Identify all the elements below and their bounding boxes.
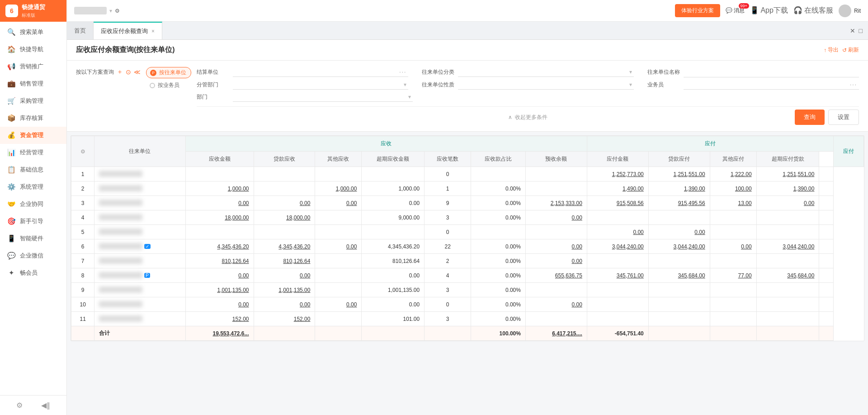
sidebar-item-collab[interactable]: 🤝 企业协同 [0,196,66,213]
table-cell[interactable]: 915,495.56 [648,196,710,210]
table-cell[interactable]: 0.00 [185,196,254,210]
table-cell[interactable]: 3,044,240.00 [587,239,648,254]
collapse-scheme-btn[interactable]: ≪ [134,68,141,76]
table-cell[interactable]: 915,508.56 [587,196,648,210]
sidebar-item-basic[interactable]: 📋 基础信息 [0,161,66,178]
query-btn[interactable]: 查询 [795,110,825,125]
total-receivable-amount[interactable]: 19,553,472,6... [185,326,254,341]
total-prepaid-balance[interactable]: 6,417,215.... [525,326,587,341]
table-cell[interactable]: 0.00 [254,297,315,312]
table-cell[interactable]: 0.00 [525,210,587,225]
table-cell[interactable]: 1,390.00 [648,181,710,196]
table-cell[interactable]: 0.00 [587,225,648,239]
partner-nature-select[interactable]: ▾ [458,80,633,90]
settlement-unit-dots[interactable]: ··· [399,69,406,75]
user-menu[interactable]: Rit [839,5,861,17]
settings-footer-icon[interactable]: ⚙ [16,401,23,410]
export-btn[interactable]: ↑ 导出 [824,46,839,54]
table-cell[interactable]: 1,251,551.00 [648,167,710,181]
table-cell[interactable]: 18,000.00 [254,210,315,225]
collapse-sidebar-icon[interactable]: ◀‖ [41,401,50,410]
sidebar-item-quick-nav[interactable]: 🏠 快捷导航 [0,41,66,58]
sidebar-item-inventory[interactable]: 📦 库存核算 [0,110,66,127]
table-cell[interactable]: 152.00 [185,312,254,326]
table-cell[interactable]: 1,490.00 [587,181,648,196]
online-service-btn[interactable]: 🎧 在线客服 [793,6,833,15]
topbar-gear-icon[interactable]: ⚙ [115,8,120,14]
partner-category-select[interactable]: ▾ [458,67,633,77]
sidebar-item-hardware[interactable]: 📱 智能硬件 [0,230,66,247]
sidebar-item-system[interactable]: ⚙️ 系统管理 [0,178,66,196]
tabbar-right-actions: ✕ □ [844,22,868,39]
tab-close-icon[interactable]: × [151,28,155,34]
table-cell[interactable]: 1,000.00 [185,181,254,196]
table-cell[interactable]: 0.00 [648,225,710,239]
table-cell[interactable]: 0.00 [315,297,362,312]
setting-btn[interactable]: 设置 [828,110,859,125]
refresh-btn[interactable]: ↺ 刷新 [842,46,859,54]
table-cell[interactable]: 0.00 [525,239,587,254]
sidebar-item-operation[interactable]: 📊 经营管理 [0,144,66,161]
sidebar-item-search-menu[interactable]: 🔍 搜索菜单 [0,24,66,41]
collapse-conditions-btn[interactable]: ∧ 收起更多条件 [508,114,547,121]
table-cell[interactable]: 1,390.00 [756,181,819,196]
settlement-unit-input-wrap[interactable]: ··· [233,67,408,77]
table-cell[interactable]: 655,636.75 [525,268,587,283]
table-cell[interactable]: 0.00 [525,254,587,268]
salesperson-dots[interactable]: ··· [850,81,857,88]
table-cell[interactable]: 100.00 [710,181,756,196]
table-cell[interactable]: 345,761.00 [587,268,648,283]
sidebar-item-sales[interactable]: 💼 销售管理 [0,75,66,92]
table-cell[interactable]: 1,251,551.00 [756,167,819,181]
scheme-by-salesperson[interactable]: 按业务员 [146,80,191,91]
table-cell[interactable]: 3,044,240.00 [648,239,710,254]
close-window-icon[interactable]: ✕ [850,27,855,34]
table-cell[interactable]: 2,153,333.00 [525,196,587,210]
table-cell[interactable]: 0.00 [315,196,362,210]
table-cell[interactable]: 1,252,773.00 [587,167,648,181]
table-cell[interactable]: 4,345,436.20 [185,239,254,254]
tab-receivable-query[interactable]: 应收应付余额查询 × [94,22,162,39]
table-cell[interactable]: 13.00 [710,196,756,210]
table-cell[interactable]: 152.00 [254,312,315,326]
tab-home[interactable]: 首页 [67,22,94,39]
table-cell[interactable]: 810,126.64 [254,254,315,268]
department-select[interactable]: ▾ [233,92,413,102]
table-cell[interactable]: 0.00 [315,239,362,254]
sidebar-item-marketing[interactable]: 📢 营销推广 [0,58,66,75]
table-cell[interactable]: 3,044,240.00 [756,239,819,254]
table-settings-icon[interactable]: ⚙ [80,148,85,155]
sidebar-item-wechat[interactable]: 💬 企业微信 [0,247,66,264]
table-cell[interactable]: 810,126.64 [185,254,254,268]
sidebar-item-purchase[interactable]: 🛒 采购管理 [0,92,66,110]
sidebar-item-guide[interactable]: 🎯 新手引导 [0,213,66,230]
table-cell[interactable]: 0.00 [254,196,315,210]
table-cell[interactable]: 1,001,135.00 [185,283,254,297]
table-cell[interactable]: 345,684.00 [756,268,819,283]
notification-btn[interactable]: 💬 消息 99+ [726,7,745,14]
table-cell[interactable]: 0.00 [185,268,254,283]
dept-managed-select[interactable]: ▾ [233,80,408,90]
add-scheme-btn[interactable]: ＋ [117,68,123,76]
maximize-window-icon[interactable]: □ [859,27,863,34]
table-cell[interactable]: 1,000.00 [315,181,362,196]
sidebar-item-vip[interactable]: ✦ 畅会员 [0,264,66,281]
table-cell[interactable]: 1,222.00 [710,167,756,181]
table-cell[interactable]: 0.00 [756,196,819,210]
sidebar-item-finance[interactable]: 💰 资金管理 [0,127,66,144]
table-cell[interactable]: 0.00 [525,297,587,312]
table-cell[interactable]: 4,345,436.20 [254,239,315,254]
table-cell[interactable]: 345,684.00 [648,268,710,283]
edit-scheme-btn[interactable]: ⊙ [126,68,131,76]
app-download-btn[interactable]: 📱 App下载 [750,6,788,15]
table-cell[interactable]: 1,001,135.00 [254,283,315,297]
table-cell[interactable]: 77.00 [710,268,756,283]
salesperson-input-wrap[interactable]: ··· [684,80,859,90]
table-cell[interactable]: 0.00 [710,239,756,254]
table-cell[interactable]: 18,000.00 [185,210,254,225]
partner-name-input[interactable] [684,67,859,77]
table-cell[interactable]: 0.00 [185,297,254,312]
industry-solution-btn[interactable]: 体验行业方案 [675,4,720,17]
scheme-by-partner[interactable]: P 按往来单位 [146,67,191,78]
table-cell[interactable]: 0.00 [254,268,315,283]
